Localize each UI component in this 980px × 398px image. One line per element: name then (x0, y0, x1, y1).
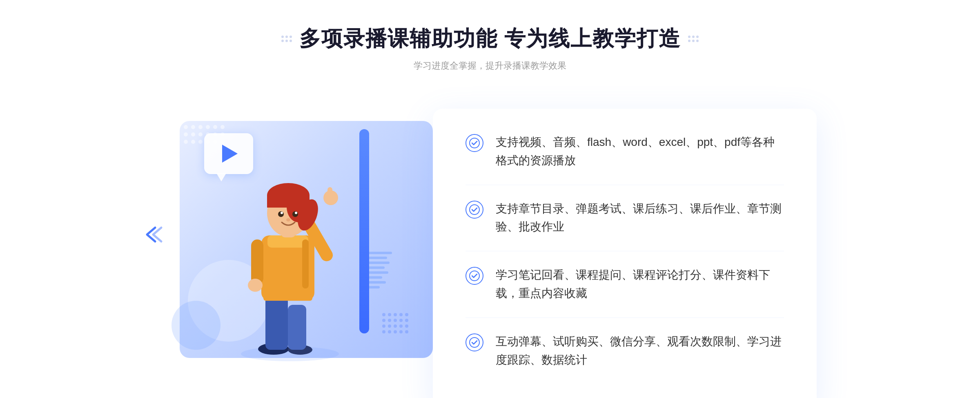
deco-circle-medium (172, 301, 220, 350)
check-icon-1 (466, 134, 483, 152)
svg-point-22 (295, 212, 297, 214)
main-title: 多项录播课辅助功能 专为线上教学打造 (299, 25, 681, 53)
svg-point-21 (281, 212, 283, 214)
svg-point-12 (248, 279, 263, 292)
svg-rect-10 (327, 187, 332, 200)
feature-item-1: 支持视频、音频、flash、word、excel、ppt、pdf等各种格式的资源… (466, 133, 784, 185)
svg-rect-11 (251, 239, 263, 284)
check-icon-3 (466, 267, 483, 285)
left-chevron (143, 224, 163, 246)
content-wrapper: 支持视频、音频、flash、word、excel、ppt、pdf等各种格式的资源… (163, 96, 817, 396)
play-icon (222, 145, 238, 163)
character-figure (220, 150, 359, 362)
title-dots-left (281, 36, 292, 42)
check-icon-4 (466, 333, 483, 351)
feature-item-3: 学习笔记回看、课程提问、课程评论打分、课件资料下载，重点内容收藏 (466, 251, 784, 318)
svg-point-27 (470, 271, 479, 281)
svg-point-23 (286, 218, 290, 221)
svg-point-26 (470, 205, 479, 215)
title-dots-right (688, 36, 699, 42)
blue-accent-bar (359, 129, 369, 333)
illustration-area (163, 96, 441, 374)
feature-text-4: 互动弹幕、试听购买、微信分享、观看次数限制、学习进度跟踪、数据统计 (496, 333, 784, 369)
header-section: 多项录播课辅助功能 专为线上教学打造 学习进度全掌握，提升录播课教学效果 (0, 25, 980, 72)
svg-rect-4 (288, 305, 306, 350)
feature-text-3: 学习笔记回看、课程提问、课程评论打分、课件资料下载，重点内容收藏 (496, 266, 784, 303)
feature-item-2: 支持章节目录、弹题考试、课后练习、课后作业、章节测验、批改作业 (466, 185, 784, 252)
svg-rect-24 (302, 239, 309, 288)
svg-rect-3 (265, 297, 288, 350)
sub-title: 学习进度全掌握，提升录播课教学效果 (0, 60, 980, 72)
svg-point-28 (470, 338, 479, 347)
feature-item-4: 互动弹幕、试听购买、微信分享、观看次数限制、学习进度跟踪、数据统计 (466, 318, 784, 384)
svg-point-25 (470, 138, 479, 148)
features-card: 支持视频、音频、flash、word、excel、ppt、pdf等各种格式的资源… (433, 109, 817, 398)
feature-text-2: 支持章节目录、弹题考试、课后练习、课后作业、章节测验、批改作业 (496, 200, 784, 237)
check-icon-2 (466, 201, 483, 219)
deco-stripes (368, 252, 392, 293)
feature-text-1: 支持视频、音频、flash、word、excel、ppt、pdf等各种格式的资源… (496, 133, 784, 170)
play-bubble (204, 133, 253, 174)
title-row: 多项录播课辅助功能 专为线上教学打造 (0, 25, 980, 53)
deco-dots-bottomright (382, 313, 408, 333)
